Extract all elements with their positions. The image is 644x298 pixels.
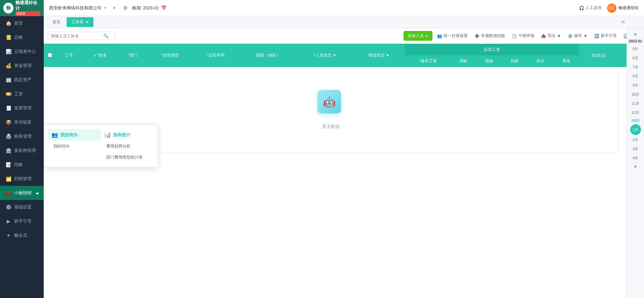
period-value: 2023-01	[143, 5, 159, 10]
company-dropdown-icon: ▼	[104, 6, 107, 10]
timeline-month-7[interactable]: 7月	[629, 63, 643, 71]
sidebar: 畅 畅捷通好会计 旗舰版 🏠 首页 📒 总账 📊 云报表中心 💰 资金管理 🏢 …	[0, 0, 44, 298]
export-button[interactable]: 📤 导出 ▼	[539, 32, 563, 40]
export-dropdown-icon: ▼	[557, 34, 561, 38]
popup-item-dept-cost[interactable]: 部门费用类型统计表	[101, 152, 154, 163]
th-name[interactable]: ⇅ *姓名	[82, 44, 118, 67]
tax-icon: 🖨️	[5, 134, 11, 139]
new-guide-button[interactable]: 🆕 新手引导	[592, 32, 619, 40]
add-company-button[interactable]: ＋	[110, 4, 118, 11]
toolbar-actions: 添加人员 ▼ 👥 统一社保设置 ➕ 专项附加扣除 📋 个税申报 📤 导出 ▼	[404, 31, 640, 41]
th-cert-number: *证照号码	[193, 44, 238, 67]
timeline-month-12[interactable]: 12月	[629, 108, 643, 117]
social-security-button[interactable]: 👥 统一社保设置	[435, 32, 470, 40]
timeline-month-10[interactable]: 10月	[629, 90, 643, 99]
close-panel-button[interactable]: ✕	[621, 19, 625, 25]
sort-icon: ⇅	[93, 54, 96, 57]
social-security-icon: 👥	[437, 34, 442, 38]
add-person-dropdown-icon: ▼	[425, 34, 428, 38]
user-menu[interactable]: CE 畅捷通组组	[607, 3, 639, 13]
popup-col-report-stats: 📊 报表统计 费用趋势分析 部门费用类型统计表	[101, 129, 154, 163]
th-person-status[interactable]: *人员状态 ▼	[298, 44, 353, 67]
select-all-checkbox[interactable]	[48, 53, 52, 57]
archive-icon: 🗂️	[5, 176, 11, 181]
popup-my-tasks-title[interactable]: 👥 我的待办	[48, 129, 101, 141]
timeline-month-8[interactable]: 8月	[629, 72, 643, 80]
ledger-icon: 📒	[5, 35, 11, 40]
popup-item-my-tasks[interactable]: 我的待办	[48, 141, 101, 152]
sidebar-item-ledger[interactable]: 📒 总账	[0, 30, 44, 44]
sidebar-logo: 畅 畅捷通好会计 旗舰版	[0, 0, 44, 16]
search-input[interactable]	[51, 34, 101, 38]
timeline-prev-button[interactable]: ▲	[632, 30, 639, 38]
sidebar-item-guide[interactable]: ▶ 新手引导	[0, 214, 44, 228]
sidebar-item-archive[interactable]: 🗂️ 归档管理	[0, 172, 44, 186]
timeline-month-jan[interactable]: 1月	[630, 124, 641, 135]
empty-icon: 🤖	[317, 90, 344, 117]
th-checkbox[interactable]	[44, 44, 56, 67]
xiaochang-icon: 💼	[5, 190, 11, 196]
tab-home[interactable]: 首页	[48, 17, 65, 27]
multi-org-icon: 🏛️	[5, 148, 11, 153]
guide-icon: ▶	[5, 219, 11, 224]
sidebar-item-xiaochang[interactable]: 💼 小畅报销 ◀	[0, 186, 44, 200]
operations-button[interactable]: ⚙️ 操作 ▼	[566, 32, 590, 40]
sidebar-item-multi-org[interactable]: 🏛️ 多机构管理	[0, 143, 44, 158]
sidebar-item-inventory[interactable]: 📦 库存核算	[0, 115, 44, 129]
special-deduction-button[interactable]: ➕ 专项附加扣除	[472, 32, 507, 40]
th-send-status[interactable]: 报送状态 ▼	[353, 44, 405, 67]
operations-icon: ⚙️	[568, 34, 573, 38]
avatar: CE	[607, 3, 616, 13]
person-status-filter-icon: ▼	[333, 53, 336, 57]
tax-report-icon: 📋	[512, 34, 517, 38]
timeline-month-mar[interactable]: 3月	[629, 145, 643, 153]
timeline-month-5[interactable]: 5月	[629, 45, 643, 53]
sidebar-item-tax[interactable]: 🖨️ 税务管理	[0, 129, 44, 143]
popup-report-stats-title[interactable]: 📊 报表统计	[101, 129, 154, 141]
popup-item-cost-trend[interactable]: 费用趋势分析	[101, 141, 154, 152]
sidebar-item-invoice[interactable]: 🧾 发票管理	[0, 101, 44, 115]
toolbar: 🔍 添加人员 ▼ 👥 统一社保设置 ➕ 专项附加扣除 📋 个税申报 📤 导出	[44, 28, 644, 44]
salary-icon: 💴	[5, 91, 11, 97]
sidebar-item-basic-settings[interactable]: ⚙️ 基础设置	[0, 200, 44, 214]
sidebar-item-member[interactable]: ✦ 畅会员	[0, 228, 44, 242]
period-label: 账期	[132, 5, 141, 11]
sidebar-item-home[interactable]: 🏠 首页	[0, 16, 44, 30]
sidebar-item-fixed-assets[interactable]: 🏢 固定资产	[0, 73, 44, 87]
company-selector[interactable]: 西安虾米网络科技有限公司 ▼	[49, 5, 107, 11]
th-allowance: 津贴	[451, 56, 476, 67]
popup-stats-icon: 📊	[104, 132, 111, 138]
tax-report-button[interactable]: 📋 个税申报	[510, 32, 536, 40]
new-guide-icon: 🆕	[594, 34, 599, 38]
settings-icon[interactable]: ⚙	[122, 5, 129, 11]
tabs-bar: 首页 工资表 ✕	[44, 16, 644, 28]
th-department: *部门	[118, 44, 147, 67]
timeline-month-feb[interactable]: 2月	[629, 136, 643, 144]
th-nationality: 国籍（地区）	[238, 44, 297, 67]
sidebar-item-settlement[interactable]: 📝 结账	[0, 158, 44, 172]
timeline-month-6[interactable]: 6月	[629, 54, 643, 62]
tab-close-icon[interactable]: ✕	[85, 20, 89, 25]
th-job-number: 工号	[56, 44, 82, 67]
sidebar-item-cloud-report[interactable]: 📊 云报表中心	[0, 44, 44, 59]
sidebar-item-fund[interactable]: 💰 资金管理	[0, 59, 44, 73]
timeline-month-11[interactable]: 11月	[629, 99, 643, 108]
empty-text: 暂无数据	[322, 124, 340, 130]
search-box: 🔍	[48, 32, 115, 40]
th-total: 合计	[528, 56, 553, 67]
timeline-next-button[interactable]: ▼	[632, 163, 639, 171]
timeline-month-9[interactable]: 9月	[629, 81, 643, 90]
service-button[interactable]: 🎧 人工咨询	[579, 5, 602, 11]
add-person-button[interactable]: 添加人员 ▼	[404, 31, 432, 41]
th-salary-group: 应发工资	[405, 44, 579, 56]
th-cert-type: *证照类型	[147, 44, 193, 67]
th-deduction: 扣款	[502, 56, 528, 67]
calendar-icon[interactable]: 📅	[161, 5, 166, 10]
sidebar-item-salary[interactable]: 💴 工资	[0, 87, 44, 101]
empty-robot-illustration: 🤖	[317, 90, 341, 113]
timeline-current-label: 2023.01	[629, 38, 642, 44]
company-name: 西安虾米网络科技有限公司	[49, 5, 102, 11]
timeline-month-apr[interactable]: 4月	[629, 154, 643, 162]
tab-salary[interactable]: 工资表 ✕	[67, 17, 93, 27]
invoice-icon: 🧾	[5, 105, 11, 111]
